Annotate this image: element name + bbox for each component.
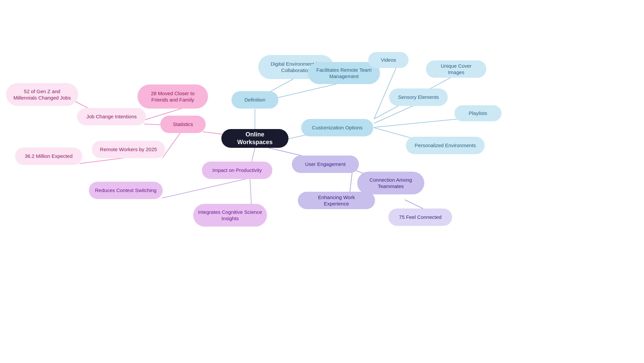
statistics-node: Statistics [160, 116, 206, 133]
user-engagement-label: User Engagement [305, 161, 346, 168]
playlists-node: Playlists [454, 105, 501, 121]
svg-line-20 [162, 178, 250, 198]
integrates-node: Integrates Cognitive Science Insights [193, 204, 267, 227]
unique-cover-label: Unique Cover Images [433, 63, 479, 76]
facilitates-label: Facilitates Remote Team Management [316, 67, 372, 80]
connection-node: Connection Among Teammates [357, 172, 424, 194]
impact-label: Impact on Productivity [212, 167, 262, 174]
reduces-label: Reduces Context Switching [95, 187, 156, 194]
customization-label: Customization Options [312, 124, 363, 131]
svg-line-6 [268, 81, 347, 100]
feel-connected-label: 75 Feel Connected [399, 214, 442, 221]
52-gen-label: 52 of Gen Z and Millennials Changed Jobs [13, 88, 71, 101]
center-label: Online Workspaces [233, 131, 276, 146]
unique-cover-node: Unique Cover Images [426, 60, 486, 78]
reduces-node: Reduces Context Switching [89, 182, 163, 199]
impact-node: Impact on Productivity [202, 162, 272, 179]
center-node: Online Workspaces [221, 129, 288, 148]
definition-node: Definition [231, 91, 278, 109]
36-million-node: 36.2 Million Expected [15, 147, 82, 165]
connection-label: Connection Among Teammates [365, 177, 416, 190]
enhancing-label: Enhancing Work Experience [306, 194, 367, 207]
definition-label: Definition [245, 97, 266, 103]
28-moved-node: 28 Moved Closer to Friends and Family [138, 84, 208, 109]
job-change-label: Job Change Intentions [86, 113, 137, 120]
remote-workers-label: Remote Workers by 2025 [100, 146, 157, 153]
job-change-node: Job Change Intentions [77, 108, 146, 125]
facilitates-node: Facilitates Remote Team Management [308, 62, 380, 84]
svg-line-16 [163, 132, 181, 158]
feel-connected-node: 75 Feel Connected [388, 208, 452, 226]
28-moved-label: 28 Moved Closer to Friends and Family [146, 90, 200, 103]
enhancing-node: Enhancing Work Experience [298, 192, 375, 209]
52-gen-node: 52 of Gen Z and Millennials Changed Jobs [6, 83, 78, 106]
statistics-label: Statistics [173, 121, 193, 128]
personalized-node: Personalized Environments [406, 137, 485, 154]
svg-line-21 [250, 178, 252, 208]
personalized-label: Personalized Environments [415, 142, 476, 149]
videos-node: Videos [368, 52, 409, 68]
customization-node: Customization Options [301, 119, 373, 136]
remote-workers-node: Remote Workers by 2025 [92, 141, 165, 158]
sensory-label: Sensory Elements [398, 94, 439, 101]
svg-line-19 [79, 158, 127, 164]
videos-label: Videos [381, 57, 396, 63]
integrates-label: Integrates Cognitive Science Insights [193, 209, 267, 222]
playlists-label: Playlists [469, 110, 487, 117]
36-million-label: 36.2 Million Expected [25, 153, 73, 160]
user-engagement-node: User Engagement [292, 156, 359, 173]
sensory-node: Sensory Elements [389, 88, 448, 106]
